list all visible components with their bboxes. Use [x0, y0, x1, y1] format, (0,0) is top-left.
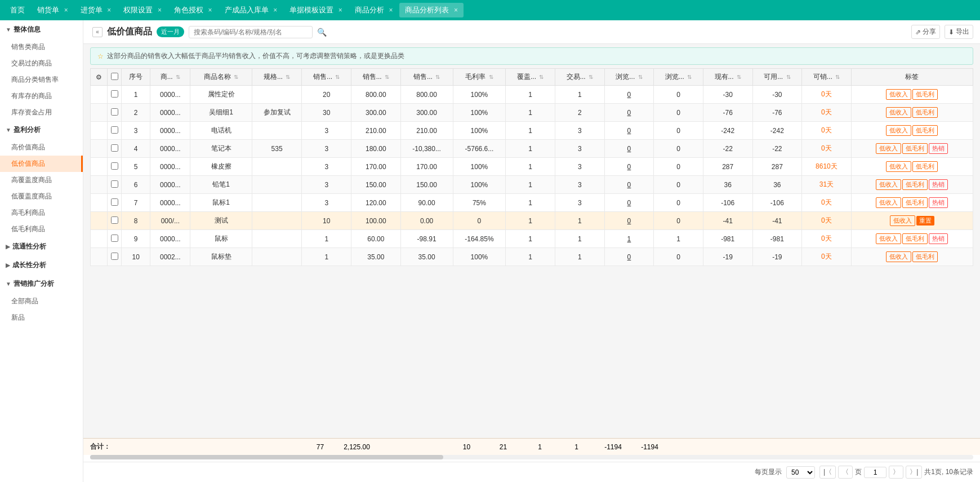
browse1-link[interactable]: 0 — [627, 217, 631, 225]
row-checkbox[interactable] — [111, 108, 118, 116]
check-cell[interactable] — [108, 86, 122, 104]
browse1-link[interactable]: 1 — [627, 235, 631, 243]
page-input[interactable] — [864, 467, 887, 478]
sidebar-item-low-margin[interactable]: 低毛利商品 — [0, 221, 83, 237]
row-checkbox[interactable] — [111, 235, 118, 242]
first-page-button[interactable]: |〈 — [819, 466, 836, 479]
close-roles-icon[interactable]: × — [208, 6, 212, 14]
sidebar-collapse-button[interactable]: « — [92, 27, 103, 37]
browse1-link[interactable]: 0 — [627, 127, 631, 135]
browse1-cell[interactable]: 0 — [604, 176, 654, 194]
browse1-cell[interactable]: 0 — [604, 212, 654, 230]
nav-analysis[interactable]: 商品分析 × — [349, 3, 399, 17]
stock-avail-header[interactable]: 可用... ⇅ — [752, 69, 802, 86]
nav-products-in[interactable]: 产成品入库单 × — [219, 3, 283, 17]
sidebar-group-overall[interactable]: ▼ 整体信息 — [0, 20, 83, 39]
sidebar-item-low-value[interactable]: 低价值商品 — [0, 156, 83, 172]
horizontal-scrollbar[interactable] — [90, 455, 973, 459]
browse1-link[interactable]: 0 — [627, 163, 631, 171]
browse1-cell[interactable]: 0 — [604, 140, 654, 158]
browse1-cell[interactable]: 1 — [604, 230, 654, 248]
browse1-link[interactable]: 0 — [627, 91, 631, 99]
check-cell[interactable] — [108, 104, 122, 122]
row-checkbox[interactable] — [111, 90, 118, 98]
check-cell[interactable] — [108, 176, 122, 194]
check-all-checkbox[interactable] — [111, 73, 118, 80]
gross-header[interactable]: 毛利率 ⇅ — [453, 69, 506, 86]
nav-permissions[interactable]: 权限设置 × — [118, 3, 167, 17]
sidebar-group-profit[interactable]: ▼ 盈利分析 — [0, 121, 83, 139]
nav-analysis-list[interactable]: 商品分析列表 × — [399, 3, 464, 17]
row-checkbox[interactable] — [111, 253, 118, 260]
browse1-cell[interactable]: 0 — [604, 104, 654, 122]
sidebar-item-all-products[interactable]: 全部商品 — [0, 293, 83, 309]
nav-purchase[interactable]: 进货单 × — [75, 3, 117, 17]
close-sales-icon[interactable]: × — [64, 6, 68, 14]
check-cell[interactable] — [108, 248, 122, 266]
code-header[interactable]: 商... ⇅ — [150, 69, 190, 86]
check-cell[interactable] — [108, 194, 122, 212]
browse1-cell[interactable]: 0 — [604, 194, 654, 212]
next-page-button[interactable]: 〉 — [889, 466, 903, 479]
browse1-cell[interactable]: 0 — [604, 86, 654, 104]
close-templates-icon[interactable]: × — [338, 6, 342, 14]
row-checkbox[interactable] — [111, 162, 118, 170]
export-button[interactable]: ⬇ 导出 — [945, 25, 973, 39]
row-checkbox[interactable] — [111, 198, 118, 206]
stock-cur-header[interactable]: 现有... ⇅ — [703, 69, 752, 86]
search-icon[interactable]: 🔍 — [317, 28, 327, 37]
browse1-cell[interactable]: 0 — [604, 122, 654, 140]
check-cell[interactable] — [108, 230, 122, 248]
per-page-select[interactable]: 50 100 — [786, 466, 815, 479]
browse1-link[interactable]: 0 — [627, 145, 631, 153]
search-input[interactable] — [189, 26, 313, 38]
coverage-header[interactable]: 覆盖... ⇅ — [506, 69, 555, 86]
close-products-in-icon[interactable]: × — [273, 6, 277, 14]
table-container[interactable]: ⚙ 序号 商... ⇅ 商品名称 ⇅ 规格... ⇅ 销售... ⇅ 销售...… — [83, 68, 980, 438]
sidebar-item-traded[interactable]: 交易过的商品 — [0, 55, 83, 72]
browse1-link[interactable]: 0 — [627, 181, 631, 189]
stock-sell-header[interactable]: 可销... ⇅ — [802, 69, 852, 86]
share-button[interactable]: ⇗ 分享 — [911, 25, 940, 39]
browse1-link[interactable]: 0 — [627, 253, 631, 261]
nav-roles[interactable]: 角色授权 × — [168, 3, 218, 17]
sidebar-group-marketing[interactable]: ▼ 营销推广分析 — [0, 275, 83, 293]
sidebar-item-category-rate[interactable]: 商品分类销售率 — [0, 72, 83, 88]
scrollbar-container[interactable] — [83, 455, 980, 462]
check-cell[interactable] — [108, 122, 122, 140]
check-cell[interactable] — [108, 158, 122, 176]
browse1-link[interactable]: 0 — [627, 109, 631, 117]
period-badge[interactable]: 近一月 — [157, 26, 184, 37]
sales-profit-header[interactable]: 销售... ⇅ — [400, 69, 453, 86]
sidebar-item-capital[interactable]: 库存资金占用 — [0, 104, 83, 121]
prev-page-button[interactable]: 〈 — [838, 466, 853, 479]
check-all-header[interactable] — [108, 69, 122, 86]
spec-header[interactable]: 规格... ⇅ — [252, 69, 302, 86]
close-permissions-icon[interactable]: × — [158, 6, 162, 14]
row-checkbox[interactable] — [111, 144, 118, 152]
sidebar-group-growth[interactable]: ▶ 成长性分析 — [0, 256, 83, 275]
sidebar-item-low-coverage[interactable]: 低覆盖度商品 — [0, 188, 83, 205]
nav-templates[interactable]: 单据模板设置 × — [284, 3, 348, 17]
close-purchase-icon[interactable]: × — [107, 6, 111, 14]
row-checkbox[interactable] — [111, 126, 118, 134]
close-analysis-icon[interactable]: × — [389, 6, 393, 14]
sidebar-group-flow[interactable]: ▶ 流通性分析 — [0, 237, 83, 256]
browse1-link[interactable]: 0 — [627, 199, 631, 207]
sidebar-item-in-stock[interactable]: 有库存的商品 — [0, 88, 83, 104]
sidebar-item-new-products[interactable]: 新品 — [0, 309, 83, 326]
name-header[interactable]: 商品名称 ⇅ — [190, 69, 252, 86]
nav-sales[interactable]: 销货单 × — [32, 3, 74, 17]
sales-amount-header[interactable]: 销售... ⇅ — [351, 69, 401, 86]
gear-column-header[interactable]: ⚙ — [91, 69, 108, 86]
check-cell[interactable] — [108, 212, 122, 230]
browse1-cell[interactable]: 0 — [604, 158, 654, 176]
row-checkbox[interactable] — [111, 216, 118, 224]
last-page-button[interactable]: 〉| — [906, 466, 922, 479]
nav-home[interactable]: 首页 — [5, 3, 30, 17]
browse1-cell[interactable]: 0 — [604, 248, 654, 266]
sidebar-item-sales-products[interactable]: 销售类商品 — [0, 39, 83, 55]
sidebar-item-high-margin[interactable]: 高毛利商品 — [0, 205, 83, 221]
sidebar-item-high-value[interactable]: 高价值商品 — [0, 139, 83, 156]
close-analysis-list-icon[interactable]: × — [454, 6, 458, 14]
